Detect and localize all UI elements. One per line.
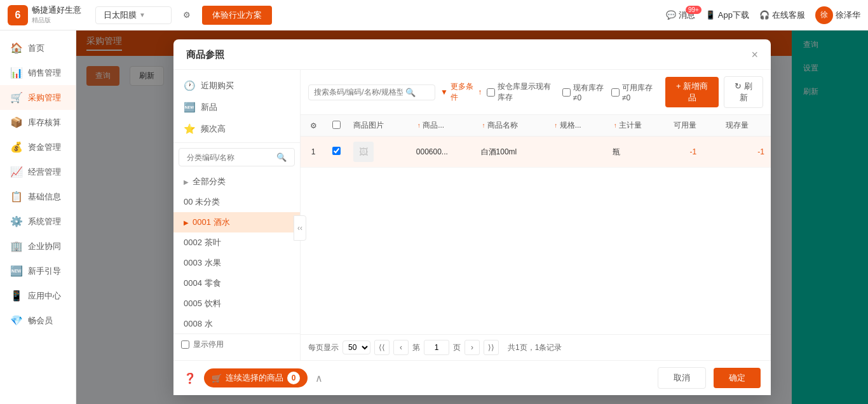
sidebar-item-finance[interactable]: 💰 资金管理 — [0, 135, 76, 159]
cat-all-label: 全部分类 — [193, 176, 226, 187]
row-checkbox[interactable] — [326, 137, 347, 168]
filter-arrow-icon: ↑ — [478, 88, 482, 97]
available-nonzero-checkbox[interactable] — [611, 88, 620, 97]
headset-icon: 🎧 — [759, 10, 770, 20]
page-label: 第 — [412, 342, 420, 353]
category-tree: ▶ 全部分类 00 未分类 ▶ 0001 酒水 0002 茶 — [173, 169, 300, 333]
sidebar-item-operation[interactable]: 📈 经营管理 — [0, 159, 76, 184]
col-image: 商品图片 — [347, 115, 410, 137]
system-icon: ⚙️ — [10, 215, 23, 227]
cat-0008[interactable]: 0008 水 — [173, 314, 300, 333]
settings-icon[interactable]: ⚙ — [177, 5, 197, 25]
message-button[interactable]: 💬 消息 99+ — [666, 10, 695, 21]
sort-arrow-spec: ↑ — [554, 122, 557, 129]
nonzero-stock-label: 现有库存≠0 — [573, 83, 606, 102]
col-settings[interactable]: ⚙ — [301, 115, 326, 137]
sidebar-item-collab[interactable]: 🏢 企业协同 — [0, 234, 76, 259]
collapse-panel-button[interactable]: ‹‹ — [294, 215, 306, 241]
sidebar-item-guide[interactable]: 🆕 新手引导 — [0, 259, 76, 283]
sidebar-item-apps[interactable]: 📱 应用中心 — [0, 283, 76, 308]
available-nonzero-filter[interactable]: 可用库存≠0 — [611, 83, 655, 102]
pagination-bar: 每页显示 50 ⟨⟨ ‹ 第 页 › ⟩⟩ 共1页，1条记录 — [301, 334, 771, 360]
message-badge: 99+ — [686, 6, 702, 14]
show-disabled-checkbox[interactable] — [181, 340, 189, 349]
right-panel: 🔍 ▼ 更多条件 ↑ 按仓库显示现有库存 — [301, 70, 771, 360]
table-row[interactable]: 1 🖼 — [301, 137, 771, 168]
cart-label: 连续选择的商品 — [226, 372, 283, 384]
sidebar-item-inventory[interactable]: 📦 库存核算 — [0, 110, 76, 135]
col-code[interactable]: ↑ 商品... — [410, 115, 475, 137]
service-label: 在线客服 — [772, 10, 805, 21]
finance-icon: 💰 — [10, 141, 23, 153]
cat-0002[interactable]: 0002 茶叶 — [173, 232, 300, 253]
cat-uncategorized-label: 00 未分类 — [184, 196, 220, 208]
warehouse-stock-checkbox[interactable] — [487, 88, 495, 97]
available-nonzero-label: 可用库存≠0 — [622, 83, 655, 102]
service-button[interactable]: 🎧 在线客服 — [759, 10, 805, 21]
nonzero-stock-filter[interactable]: 现有库存≠0 — [562, 83, 606, 102]
col-stock: 现存量 — [719, 115, 771, 137]
modal-close-button[interactable]: × — [751, 48, 758, 62]
page-number-input[interactable] — [424, 340, 449, 355]
sidebar-label-apps: 应用中心 — [28, 290, 61, 302]
warehouse-stock-filter[interactable]: 按仓库显示现有库存 — [487, 81, 557, 103]
confirm-button[interactable]: 确定 — [714, 368, 761, 388]
per-page-select[interactable]: 50 — [342, 340, 370, 354]
category-search-input[interactable] — [187, 153, 274, 162]
product-search-input[interactable] — [314, 88, 403, 97]
help-icon[interactable]: ❓ — [184, 372, 196, 384]
cat-all[interactable]: ▶ 全部分类 — [173, 172, 300, 192]
collapse-icon[interactable]: ∧ — [315, 372, 323, 384]
cat-0003[interactable]: 0003 水果 — [173, 253, 300, 273]
modal-footer: ❓ 🛒 连续选择的商品 0 ∧ 取消 确定 — [173, 360, 771, 395]
first-page-button[interactable]: ⟨⟨ — [374, 340, 390, 355]
sidebar-item-system[interactable]: ⚙️ 系统管理 — [0, 209, 76, 234]
search-submit-icon[interactable]: 🔍 — [405, 88, 416, 97]
sidebar-item-sales[interactable]: 📊 销售管理 — [0, 60, 76, 85]
col-name[interactable]: ↑ 商品名称 — [475, 115, 547, 137]
cart-selection-button[interactable]: 🛒 连续选择的商品 0 — [204, 368, 308, 387]
cat-0005[interactable]: 0005 饮料 — [173, 293, 300, 314]
user-menu[interactable]: 徐 徐泽华 — [815, 6, 860, 24]
row-select-checkbox[interactable] — [332, 147, 341, 155]
chevron-down-icon: ▼ — [139, 11, 146, 18]
show-disabled-label[interactable]: 显示停用 — [193, 339, 224, 350]
store-selector[interactable]: 日太阳膜 ▼ — [95, 6, 172, 24]
sidebar: 🏠 首页 📊 销售管理 🛒 采购管理 📦 库存核算 💰 资金管理 📈 经营管理 … — [0, 30, 76, 404]
nonzero-stock-checkbox[interactable] — [562, 88, 571, 97]
modal-header: 商品参照 × — [173, 39, 771, 70]
collab-icon: 🏢 — [10, 240, 23, 252]
next-page-button[interactable]: › — [465, 340, 480, 355]
purchase-icon: 🛒 — [10, 91, 23, 104]
sidebar-label-home: 首页 — [28, 43, 44, 54]
prev-page-button[interactable]: ‹ — [393, 340, 409, 355]
sidebar-item-home[interactable]: 🏠 首页 — [0, 36, 76, 60]
search-icon[interactable]: 🔍 — [276, 152, 287, 162]
cat-0002-label: 0002 茶叶 — [184, 237, 221, 248]
last-page-button[interactable]: ⟩⟩ — [484, 340, 499, 355]
refresh-button[interactable]: ↻ 刷新 — [724, 76, 763, 108]
trial-button[interactable]: 体验行业方案 — [202, 6, 272, 25]
select-all-checkbox[interactable] — [332, 121, 341, 129]
recent-purchase-item[interactable]: 🕐 近期购买 — [173, 75, 300, 97]
sidebar-label-system: 系统管理 — [28, 216, 61, 227]
app-download-button[interactable]: 📱 App下载 — [705, 10, 749, 21]
sidebar-item-basic[interactable]: 📋 基础信息 — [0, 184, 76, 209]
nav-right: 💬 消息 99+ 📱 App下载 🎧 在线客服 徐 徐泽华 — [666, 6, 860, 24]
frequent-item[interactable]: ⭐ 频次高 — [173, 118, 300, 140]
sidebar-item-vip[interactable]: 💎 畅会员 — [0, 308, 76, 333]
sidebar-item-purchase[interactable]: 🛒 采购管理 — [0, 85, 76, 110]
cat-0001[interactable]: ▶ 0001 酒水 — [173, 212, 300, 232]
cat-0004[interactable]: 0004 零食 — [173, 273, 300, 293]
new-product-item[interactable]: 🆕 新品 — [173, 97, 300, 118]
cat-uncategorized[interactable]: 00 未分类 — [173, 192, 300, 212]
cancel-button[interactable]: 取消 — [658, 367, 706, 389]
filter-button[interactable]: ▼ 更多条件 ↑ — [440, 81, 482, 103]
per-page-label: 每页显示 — [308, 342, 339, 353]
add-product-button[interactable]: + 新增商品 — [665, 77, 719, 107]
filter-label: 更多条件 — [451, 81, 475, 103]
col-spec[interactable]: ↑ 规格... — [546, 115, 606, 137]
left-footer: 显示停用 — [173, 333, 300, 355]
cart-count: 0 — [287, 372, 300, 384]
col-unit[interactable]: ↑ 主计量 — [606, 115, 667, 137]
